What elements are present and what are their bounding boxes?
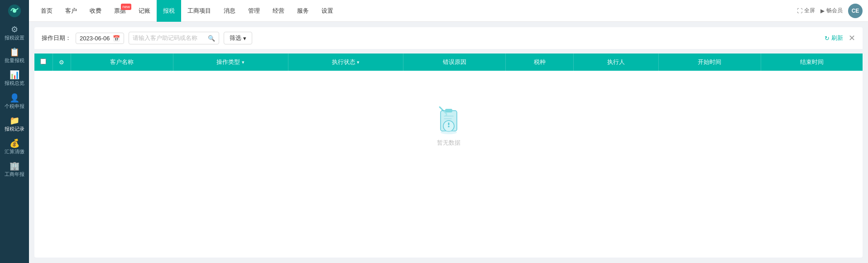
svg-point-9: [448, 126, 450, 127]
nav-item-fuwu[interactable]: 服务: [291, 0, 315, 22]
member-label: 畅会员: [826, 7, 843, 15]
filter-icon-2: ▾: [357, 59, 360, 65]
nav-item-xiaoxi[interactable]: 消息: [217, 0, 242, 22]
toolbar: 操作日期： 2023-06-06 📅 请输入客户助记码或名称 🔍 筛选 ▾ ↻ …: [34, 27, 863, 49]
date-label: 操作日期：: [42, 34, 71, 42]
refresh-button[interactable]: ↻ 刷新: [825, 34, 843, 42]
date-picker[interactable]: 2023-06-06 📅: [76, 33, 124, 44]
chevron-down-icon: ▾: [243, 35, 246, 42]
sidebar-item-huisuan-jiaona[interactable]: 💰 汇算清缴: [0, 136, 29, 158]
th-caozuo-leixing[interactable]: 操作类型 ▾: [173, 54, 288, 71]
annual-report-icon: 🏢: [10, 162, 19, 170]
svg-rect-6: [445, 109, 452, 112]
fullscreen-icon: ⛶: [797, 8, 802, 14]
th-kaishi-shijian: 开始时间: [658, 54, 761, 71]
svg-rect-8: [448, 122, 449, 125]
sidebar-item-gongshang-nianbao[interactable]: 🏢 工商年报: [0, 158, 29, 181]
main-area: 首页 客户 收费 票据 new 记账 报税 工商项目 消息: [29, 0, 868, 263]
table-body: 暂无数据: [34, 71, 863, 174]
empty-illustration: [431, 98, 467, 139]
new-badge: new: [121, 4, 131, 10]
filter-icon: ▾: [242, 59, 245, 65]
avatar[interactable]: CE: [848, 4, 863, 18]
sidebar-item-piliang-baoshui[interactable]: 📋 批量报税: [0, 44, 29, 67]
th-zhixing-ren: 执行人: [573, 54, 658, 71]
sidebar-item-geshui-shenbao[interactable]: 👤 个税申报: [0, 90, 29, 113]
svg-point-12: [441, 131, 457, 134]
sidebar-label: 报税记录: [5, 126, 24, 132]
empty-state-cell: 暂无数据: [34, 71, 863, 174]
th-zhixing-zhuangtai[interactable]: 执行状态 ▾: [288, 54, 403, 71]
avatar-text: CE: [848, 4, 863, 18]
th-settings[interactable]: ⚙: [53, 54, 71, 71]
toolbar-right: ↻ 刷新 ✕: [825, 34, 855, 42]
tax-settings-icon: ⚙: [11, 25, 18, 34]
nav-item-shezhi[interactable]: 设置: [315, 0, 340, 22]
select-all-checkbox[interactable]: [40, 58, 46, 64]
th-cuowu-yuanyin: 错误原因: [403, 54, 506, 71]
logo[interactable]: [0, 0, 29, 22]
filter-button[interactable]: 筛选 ▾: [224, 32, 252, 44]
batch-tax-icon: 📋: [10, 48, 19, 56]
fullscreen-button[interactable]: ⛶ 全屏: [797, 7, 815, 15]
close-button[interactable]: ✕: [849, 34, 855, 42]
th-checkbox[interactable]: [34, 54, 53, 71]
nav-item-guanli[interactable]: 管理: [242, 0, 266, 22]
sidebar-label: 工商年报: [5, 171, 24, 177]
search-icon: 🔍: [208, 35, 215, 42]
nav-item-jingying[interactable]: 经营: [266, 0, 291, 22]
th-kehu-mingcheng: 客户名称: [71, 54, 173, 71]
svg-point-1: [13, 9, 16, 13]
page-content: 操作日期： 2023-06-06 📅 请输入客户助记码或名称 🔍 筛选 ▾ ↻ …: [29, 22, 868, 263]
sidebar-item-baoshui-shezhi[interactable]: ⚙ 报税设置: [0, 22, 29, 44]
refresh-label: 刷新: [831, 34, 843, 42]
table-header-row: ⚙ 客户名称 操作类型 ▾ 执行状态 ▾: [34, 54, 863, 71]
empty-text: 暂无数据: [437, 139, 460, 147]
tax-overview-icon: 📊: [10, 71, 19, 79]
search-placeholder: 请输入客户助记码或名称: [133, 34, 197, 42]
fullscreen-label: 全屏: [804, 7, 815, 15]
nav-item-jizhang[interactable]: 记账: [132, 0, 157, 22]
nav-items: 首页 客户 收费 票据 new 记账 报税 工商项目 消息: [34, 0, 797, 22]
sidebar-item-baoshui-jilu[interactable]: 📁 报税记录: [0, 113, 29, 136]
member-icon: ▶: [820, 8, 825, 14]
refresh-icon: ↻: [825, 35, 830, 42]
search-box[interactable]: 请输入客户助记码或名称 🔍: [129, 32, 219, 44]
th-jieshu-shijian: 结束时间: [761, 54, 863, 71]
nav-item-baoshui[interactable]: 报税: [157, 0, 181, 22]
date-value: 2023-06-06: [80, 35, 110, 42]
sidebar: ⚙ 报税设置 📋 批量报税 📊 报税总览 👤 个税申报 📁 报税记录 💰 汇算清…: [0, 0, 29, 263]
empty-state: 暂无数据: [34, 71, 863, 174]
data-table: ⚙ 客户名称 操作类型 ▾ 执行状态 ▾: [34, 54, 863, 174]
th-shuizhong: 税种: [506, 54, 574, 71]
sidebar-label: 批量报税: [5, 58, 24, 63]
nav-item-gongshang-xiangmu[interactable]: 工商项目: [181, 0, 217, 22]
filter-label: 筛选: [230, 34, 241, 42]
calendar-icon: 📅: [113, 35, 120, 42]
sidebar-label: 汇算清缴: [5, 149, 24, 155]
nav-item-kehu[interactable]: 客户: [59, 0, 83, 22]
tax-record-icon: 📁: [10, 117, 19, 125]
nav-item-piaoju[interactable]: 票据 new: [108, 0, 132, 22]
sidebar-label: 报税总览: [5, 80, 24, 86]
sidebar-label: 个税申报: [5, 103, 24, 109]
sidebar-item-baoshui-zonglang[interactable]: 📊 报税总览: [0, 67, 29, 90]
member-button[interactable]: ▶ 畅会员: [820, 7, 843, 15]
data-table-container: ⚙ 客户名称 操作类型 ▾ 执行状态 ▾: [34, 54, 863, 258]
nav-item-shoufei[interactable]: 收费: [83, 0, 108, 22]
top-navigation: 首页 客户 收费 票据 new 记账 报税 工商项目 消息: [29, 0, 868, 22]
topnav-right: ⛶ 全屏 ▶ 畅会员 CE: [797, 4, 863, 18]
settings-icon: ⚙: [59, 59, 64, 66]
settlement-icon: 💰: [10, 139, 19, 147]
personal-tax-icon: 👤: [10, 94, 19, 102]
sidebar-label: 报税设置: [5, 35, 24, 41]
empty-row: 暂无数据: [34, 71, 863, 174]
nav-item-shouye[interactable]: 首页: [34, 0, 59, 22]
